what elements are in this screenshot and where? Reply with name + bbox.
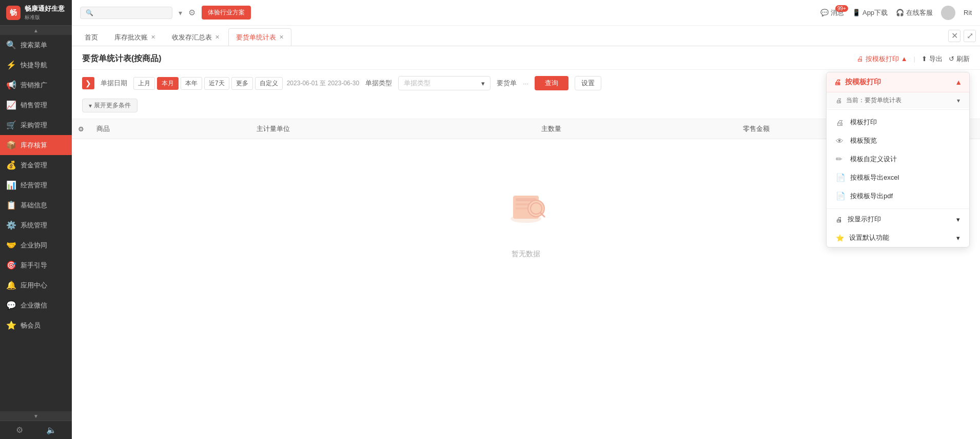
- top-header: 🔍 ▾ ⚙ 体验行业方案 💬 消息 99+ 📱 App下载 🎧 在线客服 Rit: [72, 0, 980, 26]
- tab-close-batch[interactable]: ✕: [151, 34, 155, 40]
- sidebar-item-basic[interactable]: 📋 基础信息: [0, 195, 72, 215]
- sidebar-item-appstore[interactable]: 🔔 应用中心: [0, 275, 72, 295]
- date-this-month[interactable]: 本月: [157, 77, 179, 90]
- sidebar-item-vip[interactable]: ⭐ 畅会员: [0, 315, 72, 335]
- sidebar-item-operation[interactable]: 📊 经营管理: [0, 175, 72, 195]
- query-btn[interactable]: 查询: [535, 76, 569, 90]
- dropdown-item-export-pdf[interactable]: 📄 按模板导出pdf: [827, 187, 969, 205]
- app-version: 标准版: [25, 14, 65, 21]
- more-icon[interactable]: ···: [523, 80, 528, 87]
- sidebar-nav: 🔍 搜索菜单 ⚡ 快捷导航 📢 营销推广 📈 销售管理 🛒 采购管理 📦 库存核…: [0, 35, 72, 411]
- sidebar-item-finance[interactable]: 💰 资金管理: [0, 155, 72, 175]
- tab-expand-btn[interactable]: ⤢: [964, 30, 976, 42]
- sidebar-bottom: ⚙ 🔈: [0, 421, 72, 439]
- sidebar-item-system[interactable]: ⚙️ 系统管理: [0, 215, 72, 235]
- export-icon: ⬆: [922, 55, 927, 63]
- col-quantity: 主数量: [535, 119, 737, 139]
- header-search-icon: 🔍: [86, 9, 93, 16]
- header-dropdown-icon[interactable]: ▾: [179, 9, 182, 17]
- template-print-btn[interactable]: 🖨 按模板打印 ▲: [857, 54, 908, 64]
- empty-text: 暂无数据: [512, 250, 540, 259]
- arrow-right-icon-2: ▾: [956, 234, 960, 242]
- expand-more-btn[interactable]: ▾ 展开更多条件: [82, 99, 138, 112]
- sidebar-item-label: 搜索菜单: [21, 41, 47, 50]
- header-search[interactable]: 🔍: [80, 7, 172, 19]
- sidebar-item-wechat[interactable]: 💬 企业微信: [0, 295, 72, 315]
- sidebar-item-marketing[interactable]: 📢 营销推广: [0, 75, 72, 95]
- dropdown-up-icon: ▲: [955, 78, 962, 86]
- audio-icon[interactable]: 🔈: [46, 425, 56, 435]
- tab-close-receipts[interactable]: ✕: [215, 34, 220, 40]
- sidebar-item-sales[interactable]: 📈 销售管理: [0, 95, 72, 115]
- design-icon: ✏: [836, 155, 845, 164]
- date-range-text: 2023-06-01 至 2023-06-30: [287, 79, 359, 88]
- dropdown-current: 🖨 当前：要货单统计表 ▾: [827, 92, 969, 108]
- sidebar-item-search[interactable]: 🔍 搜索菜单: [0, 35, 72, 55]
- excel-icon: 📄: [836, 173, 845, 182]
- tab-home[interactable]: 首页: [77, 28, 106, 46]
- tab-close-order[interactable]: ✕: [279, 34, 284, 40]
- header-gear-icon[interactable]: ⚙: [188, 8, 195, 17]
- page-title: 要货单统计表(按商品): [82, 53, 162, 64]
- sidebar-item-guide[interactable]: 🎯 新手引导: [0, 255, 72, 275]
- chevron-up-icon: ▲: [901, 55, 908, 63]
- col-unit: 主计量单位: [250, 119, 535, 139]
- online-service-btn[interactable]: 🎧 在线客服: [896, 8, 933, 17]
- dropdown-items: 🖨 模板打印 👁 模板预览 ✏ 模板自定义设计 📄 按模板导出excel 📄 按…: [827, 111, 969, 207]
- sidebar-item-label: 快捷导航: [21, 61, 47, 70]
- filter-toggle-btn[interactable]: ❯: [82, 77, 94, 89]
- dropdown-item-template-design[interactable]: ✏ 模板自定义设计: [827, 150, 969, 168]
- date-filter-label: 单据日期: [101, 79, 127, 88]
- template-print-dropdown: 🖨 按模板打印 ▲ 🖨 当前：要货单统计表 ▾ 🖨 模板打印 👁 模板预览 ✏ …: [826, 72, 970, 247]
- sidebar-item-label: 畅会员: [21, 321, 41, 330]
- operation-icon: 📊: [6, 180, 16, 190]
- tab-batch-accounts[interactable]: 库存批次账 ✕: [107, 28, 163, 46]
- quick-nav-icon: ⚡: [6, 60, 16, 70]
- avatar[interactable]: [941, 6, 955, 20]
- settings-btn[interactable]: 设置: [575, 76, 601, 90]
- sidebar-item-label: 基础信息: [21, 201, 47, 210]
- divider-1: [827, 109, 969, 110]
- dropdown-set-default[interactable]: ⭐ 设置默认功能 ▾: [827, 228, 969, 247]
- date-prev-month[interactable]: 上月: [133, 77, 155, 90]
- sidebar-item-label: 营销推广: [21, 81, 47, 90]
- page-actions: 🖨 按模板打印 ▲ | ⬆ 导出 ↺ 刷新: [857, 54, 970, 64]
- sidebar-item-label: 销售管理: [21, 101, 47, 110]
- download-icon: 📱: [852, 9, 860, 16]
- messages-btn[interactable]: 💬 消息 99+: [820, 8, 844, 17]
- sidebar-item-label: 新手引导: [21, 261, 47, 270]
- col-gear[interactable]: ⚙: [72, 119, 90, 139]
- date-custom[interactable]: 自定义: [255, 77, 283, 90]
- refresh-btn[interactable]: ↺ 刷新: [949, 54, 970, 64]
- sidebar-item-label: 经营管理: [21, 181, 47, 190]
- yaohuodan-label: 要货单: [497, 79, 517, 88]
- divider-2: [827, 208, 969, 209]
- sidebar-item-quick-nav[interactable]: ⚡ 快捷导航: [0, 55, 72, 75]
- home-label: 首页: [85, 33, 98, 42]
- inventory-icon: 📦: [6, 140, 16, 150]
- sidebar-scroll-up[interactable]: ▲: [0, 26, 72, 35]
- dropdown-item-export-excel[interactable]: 📄 按模板导出excel: [827, 168, 969, 187]
- date-this-year[interactable]: 本年: [181, 77, 202, 90]
- header-right: 💬 消息 99+ 📱 App下载 🎧 在线客服 Rit: [820, 6, 972, 20]
- dropdown-display-print[interactable]: 🖨 按显示打印 ▾: [827, 210, 969, 228]
- sidebar-item-inventory[interactable]: 📦 库存核算: [0, 135, 72, 155]
- settings-icon[interactable]: ⚙: [16, 425, 23, 435]
- sidebar-scroll-down[interactable]: ▼: [0, 411, 72, 421]
- tab-receipts-summary[interactable]: 收发存汇总表 ✕: [164, 28, 227, 46]
- export-btn[interactable]: ⬆ 导出: [922, 54, 943, 64]
- dropdown-item-template-preview[interactable]: 👁 模板预览: [827, 131, 969, 150]
- tab-close-all-btn[interactable]: ✕: [948, 30, 961, 42]
- dropdown-header[interactable]: 🖨 按模板打印 ▲: [827, 72, 969, 92]
- dropdown-item-template-print[interactable]: 🖨 模板打印: [827, 113, 969, 131]
- app-download-btn[interactable]: 📱 App下载: [852, 8, 888, 17]
- industry-btn[interactable]: 体验行业方案: [202, 6, 251, 20]
- date-more[interactable]: 更多: [231, 77, 253, 90]
- date-last-7[interactable]: 近7天: [204, 77, 229, 90]
- date-options: 上月 本月 本年 近7天 更多 自定义 2023-06-01 至 2023-06…: [133, 77, 359, 90]
- sidebar-item-purchase[interactable]: 🛒 采购管理: [0, 115, 72, 135]
- doc-type-select[interactable]: 单据类型 ▾: [398, 76, 491, 90]
- sales-icon: 📈: [6, 100, 16, 110]
- tab-order-stats[interactable]: 要货单统计表 ✕: [228, 28, 291, 46]
- sidebar-item-cooperation[interactable]: 🤝 企业协同: [0, 235, 72, 255]
